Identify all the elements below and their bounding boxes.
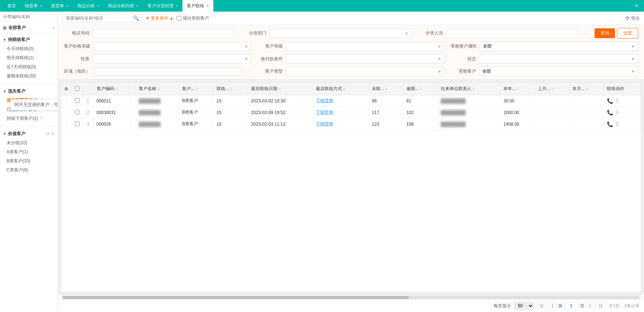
select-all-checkbox[interactable] bbox=[75, 86, 80, 91]
tab-customer-level[interactable]: 客户分层经营 × bbox=[143, 0, 182, 12]
more-conditions-button[interactable]: ▼ 更多条件 ▲ bbox=[145, 15, 174, 21]
close-sales-tab[interactable]: × bbox=[40, 4, 42, 8]
edit-value-icon[interactable]: ✎ bbox=[51, 131, 55, 137]
scrollbar-thumb[interactable] bbox=[63, 296, 409, 299]
sidebar-all-customers[interactable]: ⊞ 全部客户 « bbox=[0, 22, 58, 34]
search-button[interactable]: 🔍 bbox=[133, 15, 139, 21]
close-all-tabs[interactable]: × bbox=[632, 3, 641, 9]
row2-more-icon[interactable]: ⠿ bbox=[615, 110, 619, 116]
sidebar-item-tomorrow[interactable]: 明天待联络(1) bbox=[0, 53, 58, 62]
row2-last-method[interactable]: 下销货单 bbox=[313, 107, 369, 118]
phone-input[interactable] bbox=[92, 29, 235, 38]
sort-contact-icon: ⇅ bbox=[230, 87, 233, 91]
sidebar-item-class-c[interactable]: C类客户(6) bbox=[0, 166, 58, 175]
col-gear[interactable]: ⚙ bbox=[61, 83, 72, 95]
col-type[interactable]: 客户...⇅ bbox=[179, 83, 213, 95]
col-last-date[interactable]: 最后联络日期⇅ bbox=[248, 83, 313, 95]
col-unit-contact[interactable]: 往来单位联系人⇅ bbox=[438, 83, 500, 95]
sidebar-item-week[interactable]: 近7天待联络(0) bbox=[0, 62, 58, 72]
first-page-button[interactable]: ⟨⟨ bbox=[537, 302, 547, 309]
retail-attr-select[interactable]: 全部 ▼ bbox=[480, 41, 638, 51]
col-this-year[interactable]: 本年...⇅ bbox=[500, 83, 535, 95]
sidebar: 🔍 ⊞ 全部客户 « ▼ 待联络客户 今天待联络(0) 明天待联络(1) 近7天… bbox=[0, 12, 58, 312]
col-uncontacted[interactable]: 未联...⇅ bbox=[369, 83, 403, 95]
retail-customer-select[interactable]: 全部 ▼ bbox=[479, 66, 638, 76]
row1-overdue: 81 bbox=[403, 95, 438, 107]
row1-contact-icon[interactable]: 📞 bbox=[607, 98, 613, 104]
last-page-button[interactable]: ⟩⟩ bbox=[596, 302, 606, 309]
row3-last-method[interactable]: 下销货单 bbox=[313, 118, 369, 130]
tab-purchase[interactable]: 进货单 × bbox=[47, 0, 73, 12]
col-overdue[interactable]: 逾期...⇅ bbox=[403, 83, 438, 95]
export-button[interactable]: ⟳ 导出 bbox=[625, 15, 640, 21]
my-customers-checkbox-label[interactable]: 我分管的客户 bbox=[177, 15, 209, 21]
sidebar-item-ungroup[interactable]: 未分组(32) bbox=[0, 138, 58, 147]
sidebar-item-lost-recover[interactable]: 持续下滑客户(2) ? bbox=[0, 114, 58, 123]
page-number-input[interactable] bbox=[564, 302, 579, 309]
horizontal-scrollbar[interactable] bbox=[61, 295, 641, 299]
col-code[interactable]: 客户编码⇅ bbox=[93, 83, 136, 95]
search-input[interactable] bbox=[66, 16, 133, 21]
payment-select[interactable]: ▼ bbox=[286, 54, 445, 64]
page-size-select[interactable]: 50 100 bbox=[514, 302, 534, 310]
gender-select[interactable]: ▼ bbox=[92, 54, 251, 64]
filter-price-level: 客户价格等级 ▼ bbox=[64, 42, 251, 51]
col-last-month[interactable]: 上月...⇅ bbox=[535, 83, 569, 95]
tab-sales[interactable]: 销货单 × bbox=[20, 0, 47, 12]
refresh-value-icon[interactable]: ⟳ bbox=[46, 131, 50, 137]
sidebar-item-class-a[interactable]: A类客户(1) bbox=[0, 147, 58, 157]
person-input[interactable] bbox=[446, 29, 579, 38]
sidebar-item-overdue[interactable]: 逾期未联络(30) bbox=[0, 72, 58, 81]
row2-contact-icon[interactable]: 📞 bbox=[607, 110, 613, 116]
close-customer-contact-tab[interactable]: × bbox=[206, 4, 209, 8]
col-this-month[interactable]: 本月...⇅ bbox=[569, 83, 604, 95]
group-value-header[interactable]: ▼ 价值客户 ⟳ ✎ bbox=[0, 129, 58, 138]
scrollbar-track[interactable] bbox=[63, 296, 640, 299]
sidebar-item-today[interactable]: 今天待联络(0) bbox=[0, 44, 58, 53]
tab-product-analysis[interactable]: 商品分析 × bbox=[73, 0, 104, 12]
row1-last-method[interactable]: 下销货单 bbox=[313, 95, 369, 107]
region-input[interactable] bbox=[93, 67, 242, 76]
row1-type: B类客户 bbox=[179, 95, 213, 107]
sidebar-search-input[interactable] bbox=[3, 14, 57, 19]
row3-gear bbox=[61, 118, 72, 130]
sidebar-item-class-b[interactable]: B类客户(33) bbox=[0, 157, 58, 166]
row1-action-icons: 📞 ⠿ bbox=[607, 98, 637, 104]
col-last-method[interactable]: 最后联络方式⇅ bbox=[313, 83, 369, 95]
query-button[interactable]: 查询 bbox=[595, 28, 615, 38]
prev-page-button[interactable]: ⟨ bbox=[548, 302, 557, 309]
region-more[interactable]: ··· bbox=[245, 69, 251, 74]
customer-type-select[interactable]: ▼ bbox=[286, 67, 445, 76]
group-lost-header[interactable]: ▼ 流失客户 bbox=[0, 87, 58, 96]
department-select[interactable]: ▼ bbox=[269, 29, 412, 38]
col-name[interactable]: 客户名称⇅ bbox=[136, 83, 179, 95]
row3-last-date: 2023-02-03 11:12: bbox=[248, 118, 313, 130]
tab-customer-contact[interactable]: 客户联络 × bbox=[182, 0, 213, 12]
filter-gender: 性质 ▼ bbox=[64, 54, 251, 64]
status-select[interactable]: ▼ bbox=[479, 54, 638, 64]
close-purchase-tab[interactable]: × bbox=[66, 4, 68, 8]
person-more[interactable]: ··· bbox=[582, 31, 589, 36]
my-customers-checkbox[interactable] bbox=[177, 16, 181, 21]
close-product-analysis-tab[interactable]: × bbox=[97, 4, 99, 8]
customer-level-select[interactable]: ▼ bbox=[286, 42, 445, 51]
row3-contact-icon[interactable]: 📞 bbox=[607, 121, 613, 127]
group-pending-header[interactable]: ▼ 待联络客户 bbox=[0, 35, 58, 44]
value-group-actions: ⟳ ✎ bbox=[46, 131, 55, 137]
row3-more-icon[interactable]: ⠿ bbox=[615, 121, 619, 127]
collapse-icon[interactable]: « bbox=[53, 26, 55, 30]
row1-more-icon[interactable]: ⠿ bbox=[615, 98, 619, 104]
tab-product-list[interactable]: 商品分析列表 × bbox=[104, 0, 143, 12]
next-page-button[interactable]: ⟩ bbox=[586, 302, 594, 309]
close-customer-level-tab[interactable]: × bbox=[176, 4, 178, 8]
row3-checkbox[interactable] bbox=[75, 121, 80, 126]
price-level-select[interactable]: ▼ bbox=[93, 42, 251, 51]
col-contact[interactable]: 联络...⇅ bbox=[213, 83, 248, 95]
tab-home[interactable]: 首页 bbox=[3, 0, 20, 12]
close-product-list-tab[interactable]: × bbox=[136, 4, 138, 8]
settings-button[interactable]: 设置 bbox=[617, 28, 638, 39]
top-nav: 首页 销货单 × 进货单 × 商品分析 × 商品分析列表 × 客户分层经营 × … bbox=[0, 0, 644, 12]
row2-checkbox[interactable] bbox=[75, 110, 80, 114]
row1-last-month bbox=[535, 95, 569, 107]
row1-checkbox[interactable] bbox=[75, 98, 80, 103]
